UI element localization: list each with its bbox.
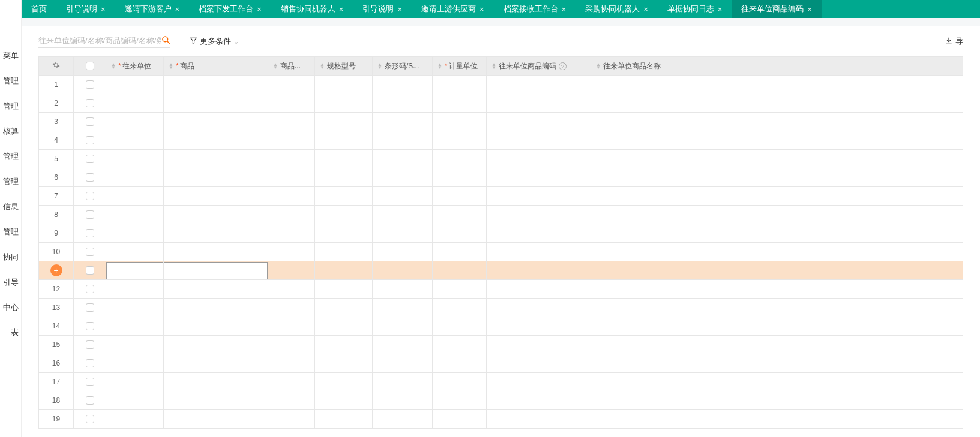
cell[interactable] [268,373,315,391]
cell[interactable] [268,168,315,187]
row-checkbox[interactable] [86,99,94,107]
cell[interactable] [315,113,373,131]
cell[interactable] [373,280,433,299]
help-icon[interactable]: ? [559,62,567,70]
partner-input[interactable] [106,262,163,279]
cell[interactable] [164,94,268,113]
cell[interactable] [487,354,591,373]
cell[interactable] [591,317,963,336]
cell[interactable] [433,280,487,299]
close-icon[interactable]: × [562,5,567,14]
cell[interactable] [268,131,315,150]
tab-7[interactable]: 档案接收工作台× [494,0,576,18]
close-icon[interactable]: × [101,5,106,14]
row-checkbox[interactable] [86,136,94,144]
cell[interactable] [373,76,433,94]
cell[interactable] [106,94,164,113]
cell[interactable] [487,391,591,410]
row-checkbox[interactable] [86,80,94,89]
settings-column-header[interactable] [39,57,74,76]
table-row[interactable]: 4 [39,131,963,150]
cell[interactable] [591,76,963,94]
cell[interactable] [373,168,433,187]
cell[interactable] [591,243,963,261]
cell[interactable] [591,206,963,224]
cell[interactable] [433,391,487,410]
column-header-barcode[interactable]: ▲▼条形码/S... [373,57,433,76]
table-row[interactable]: 8 [39,206,963,224]
cell[interactable] [315,224,373,243]
cell[interactable] [164,76,268,94]
cell[interactable] [373,131,433,150]
add-row-button[interactable]: + [50,264,62,276]
tab-6[interactable]: 邀请上游供应商× [412,0,494,18]
cell[interactable] [268,261,315,280]
tab-10[interactable]: 往来单位商品编码× [732,0,822,18]
cell[interactable] [373,410,433,429]
cell[interactable] [487,206,591,224]
row-checkbox[interactable] [86,173,94,182]
row-checkbox[interactable] [86,117,94,126]
cell[interactable] [268,206,315,224]
row-checkbox[interactable] [86,266,94,275]
cell[interactable] [433,410,487,429]
search-input[interactable] [38,36,161,45]
tab-8[interactable]: 采购协同机器人× [576,0,658,18]
cell[interactable] [268,317,315,336]
sidebar-item-10[interactable]: 中心 [0,295,21,320]
cell[interactable] [315,373,373,391]
cell[interactable] [373,224,433,243]
cell[interactable] [487,336,591,354]
column-header-product[interactable]: ▲▼*商品 [164,57,268,76]
cell[interactable] [106,317,164,336]
cell[interactable] [315,261,373,280]
cell[interactable] [373,187,433,206]
row-checkbox[interactable] [86,396,94,405]
cell[interactable] [164,299,268,317]
cell[interactable] [315,150,373,168]
table-row[interactable]: 18 [39,391,963,410]
sidebar-item-9[interactable]: 引导 [0,270,21,295]
table-row[interactable]: 5 [39,150,963,168]
cell[interactable] [315,206,373,224]
cell[interactable] [268,336,315,354]
sidebar-item-8[interactable]: 协同 [0,245,21,270]
cell[interactable] [591,113,963,131]
close-icon[interactable]: × [339,5,344,14]
cell[interactable] [106,354,164,373]
cell[interactable] [268,94,315,113]
close-icon[interactable]: × [807,5,812,14]
row-checkbox[interactable] [86,155,94,163]
cell[interactable] [591,373,963,391]
close-icon[interactable]: × [257,5,262,14]
cell[interactable] [433,317,487,336]
row-checkbox[interactable] [86,285,94,293]
sidebar-item-1[interactable]: 管理 [0,68,21,94]
table-row[interactable]: 3 [39,113,963,131]
cell[interactable] [106,224,164,243]
table-row[interactable]: 1 [39,76,963,94]
cell[interactable] [164,317,268,336]
row-checkbox[interactable] [86,415,94,423]
cell[interactable] [268,299,315,317]
product-input[interactable] [164,262,268,279]
tab-1[interactable]: 引导说明× [56,0,115,18]
cell[interactable] [433,336,487,354]
cell[interactable] [591,354,963,373]
cell[interactable] [487,76,591,94]
cell[interactable] [591,150,963,168]
cell[interactable] [433,187,487,206]
cell[interactable] [433,206,487,224]
cell[interactable] [268,150,315,168]
tab-4[interactable]: 销售协同机器人× [271,0,353,18]
cell[interactable] [106,336,164,354]
cell[interactable] [373,243,433,261]
cell[interactable] [106,373,164,391]
cell[interactable] [164,243,268,261]
cell[interactable] [164,354,268,373]
cell[interactable] [373,336,433,354]
cell[interactable] [164,391,268,410]
sidebar-item-4[interactable]: 管理 [0,144,21,169]
sidebar-item-7[interactable]: 管理 [0,219,21,245]
cell[interactable] [315,243,373,261]
